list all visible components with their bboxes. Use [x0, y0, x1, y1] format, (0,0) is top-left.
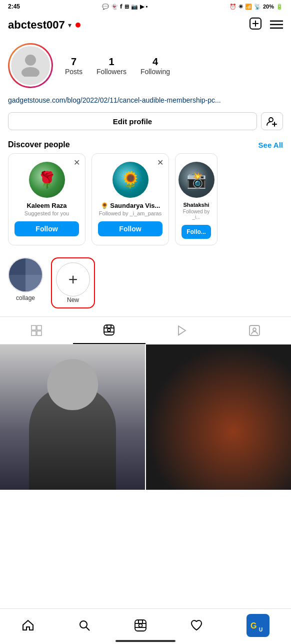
bio-link-text: gadgetstouse.com/blog/2022/02/11/cancel-…: [8, 96, 221, 104]
discover-scroll: ✕ 🌹 Kaleem Raza Suggested for you Follow…: [0, 153, 291, 251]
story-new-wrapper[interactable]: + New: [51, 257, 95, 308]
person-2-avatar: 🌻: [112, 162, 148, 198]
bottom-nav: G U: [0, 608, 291, 644]
following-count: 4: [152, 56, 158, 68]
post-thumb-2[interactable]: [146, 345, 291, 490]
grid-app-icon: ⊞: [124, 4, 129, 10]
chevron-down-icon[interactable]: ▾: [68, 21, 72, 29]
avatar-placeholder-icon: [17, 50, 44, 82]
home-indicator: [116, 640, 176, 642]
tab-grid[interactable]: [0, 317, 73, 344]
posts-label: Posts: [65, 68, 82, 76]
svg-point-27: [138, 624, 142, 627]
story-collage-circle: [8, 257, 43, 292]
avatar-inner: [10, 45, 52, 87]
person-1-subtitle: Suggested for you: [24, 210, 69, 216]
person-3-subtitle: Followed by _i...: [182, 209, 211, 220]
svg-point-6: [25, 55, 36, 66]
person-card-1: ✕ 🌹 Kaleem Raza Suggested for you Follow: [8, 153, 86, 245]
nav-home[interactable]: [22, 619, 34, 632]
close-person-1-button[interactable]: ✕: [74, 158, 80, 167]
add-person-button[interactable]: [261, 112, 283, 130]
nav-brand[interactable]: G U: [246, 614, 270, 637]
online-status-dot: [76, 23, 80, 28]
avatar[interactable]: [8, 43, 53, 88]
discover-title: Discover people: [8, 140, 70, 149]
svg-rect-11: [32, 326, 36, 330]
person-2-name: 🌻 Saundarya Vis...: [100, 202, 160, 209]
svg-rect-14: [37, 331, 42, 336]
svg-point-7: [22, 67, 40, 77]
status-icons: 💬 👻 𝗳 ⊞ 📷 ▶ •: [102, 4, 148, 10]
nav-heart[interactable]: [190, 619, 203, 632]
story-new-label: New: [67, 296, 79, 303]
collage-piece-2: [26, 258, 42, 275]
svg-rect-26: [135, 620, 146, 631]
bluetooth-icon: ✳: [238, 4, 243, 10]
snapchat-icon: 👻: [111, 4, 118, 10]
tab-reels[interactable]: [73, 317, 146, 344]
story-collage-item[interactable]: collage: [8, 257, 43, 308]
svg-point-24: [80, 621, 87, 628]
person-1-avatar: 🌹: [29, 162, 65, 198]
profile-stats: 7 Posts 1 Followers 4 Following: [8, 43, 283, 88]
collage-piece-4: [26, 275, 42, 291]
dot-icon: •: [146, 4, 148, 10]
svg-point-16: [108, 329, 110, 332]
tabs-bar: [0, 316, 291, 345]
collage-piece-3: [9, 275, 26, 291]
edit-profile-button[interactable]: Edit profile: [8, 112, 257, 130]
status-right-icons: ⏰ ✳ 📶 📡 20% 🔋: [230, 4, 283, 10]
brand-logo: G U: [246, 614, 270, 637]
battery-icon: 🔋: [276, 4, 283, 10]
posts-stat[interactable]: 7 Posts: [65, 56, 82, 76]
battery-text: 20%: [263, 4, 274, 10]
story-collage-label: collage: [16, 294, 35, 301]
follow-person-1-button[interactable]: Follow: [14, 221, 79, 236]
svg-point-8: [269, 118, 273, 122]
message-icon: 💬: [102, 4, 109, 10]
person-2-subtitle: Followed by _i_am_paras: [99, 210, 162, 216]
discover-people-header: Discover people See All: [0, 134, 291, 153]
following-label: Following: [140, 68, 170, 76]
stats-container: 7 Posts 1 Followers 4 Following: [65, 56, 283, 76]
action-buttons: Edit profile: [0, 108, 291, 134]
followers-stat[interactable]: 1 Followers: [96, 56, 126, 76]
tab-tagged[interactable]: [218, 317, 292, 344]
posts-count: 7: [71, 56, 76, 68]
svg-text:U: U: [259, 627, 262, 632]
tab-play[interactable]: [146, 317, 218, 344]
story-new-circle[interactable]: +: [56, 262, 90, 296]
person-card-2: ✕ 🌻 🌻 Saundarya Vis... Followed by _i_am…: [92, 153, 169, 245]
nav-search[interactable]: [78, 619, 91, 632]
person-card-3: 📸 Shatakshi Followed by _i... Follo...: [175, 153, 218, 245]
svg-rect-12: [37, 326, 42, 330]
menu-icon[interactable]: [270, 18, 283, 32]
new-story-box: + New: [51, 257, 95, 308]
follow-person-2-button[interactable]: Follow: [98, 221, 162, 236]
svg-rect-22: [250, 326, 260, 336]
following-stat[interactable]: 4 Following: [140, 56, 170, 76]
close-person-2-button[interactable]: ✕: [157, 158, 164, 167]
status-time: 2:45: [8, 3, 20, 10]
followers-label: Followers: [96, 68, 126, 76]
bio-link[interactable]: gadgetstouse.com/blog/2022/02/11/cancel-…: [0, 92, 291, 108]
signal-icon: 📡: [254, 4, 261, 10]
svg-text:G: G: [250, 621, 256, 630]
profile-section: 7 Posts 1 Followers 4 Following: [0, 37, 291, 92]
see-all-button[interactable]: See All: [258, 141, 283, 149]
status-bar: 2:45 💬 👻 𝗳 ⊞ 📷 ▶ • ⏰ ✳ 📶 📡 20% 🔋: [0, 0, 291, 13]
svg-rect-15: [104, 325, 114, 335]
collage-piece-1: [9, 258, 26, 275]
profile-header: abctest007 ▾: [0, 13, 291, 37]
header-right: [249, 17, 283, 33]
post-thumb-1[interactable]: [0, 345, 145, 490]
follow-person-3-button[interactable]: Follo...: [182, 225, 211, 239]
youtube-icon: ▶: [140, 4, 144, 10]
header-left: abctest007 ▾: [8, 19, 80, 32]
followers-count: 1: [108, 56, 114, 68]
add-post-icon[interactable]: [249, 17, 262, 33]
username-label[interactable]: abctest007: [8, 19, 65, 32]
person-3-avatar: 📸: [178, 162, 214, 198]
nav-reels[interactable]: [134, 619, 147, 632]
